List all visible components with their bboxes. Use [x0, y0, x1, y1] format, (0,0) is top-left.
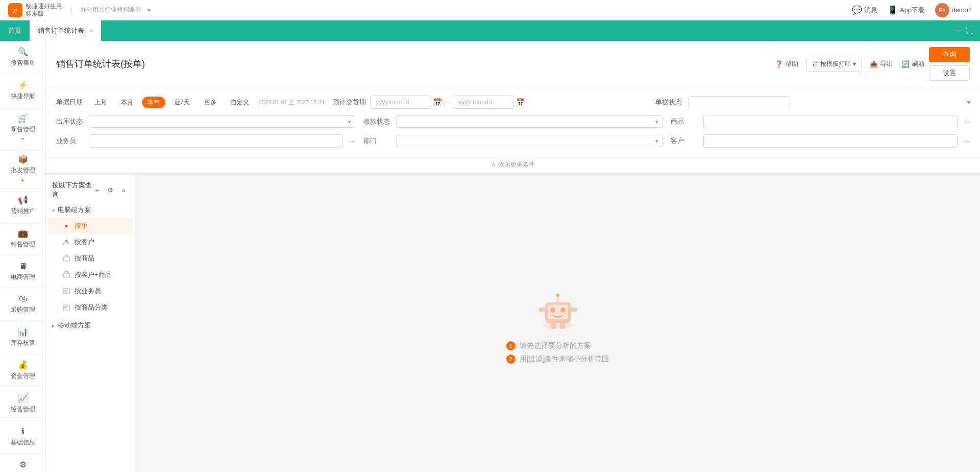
scheme-edit-icon[interactable]: ⚙ [105, 185, 115, 195]
inventory-icon: 📊 [18, 327, 28, 337]
marketing-icon: 📢 [18, 195, 28, 205]
last-7-days-btn[interactable]: 近7天 [168, 97, 195, 108]
collection-select[interactable] [396, 115, 663, 128]
content-area: 销售订单统计表(按单) ❓ 帮助 🖨 按模板打印 ▾ 📤 导出 [46, 41, 980, 472]
tip-2-number: 2 [506, 355, 516, 364]
svg-point-19 [556, 294, 559, 297]
sidebar-item-sales[interactable]: 💼 销售管理 [0, 222, 45, 255]
scheme-panel-icons: + ⚙ « [92, 185, 129, 195]
sidebar-item-retail[interactable]: 🛒 零售管理 ▾ [0, 107, 45, 148]
sales-icon: 💼 [18, 228, 28, 238]
by-goods-category-icon [62, 303, 70, 312]
svg-rect-4 [63, 273, 69, 277]
main-layout: 🔍 搜索菜单 ⚡ 快捷导航 🛒 零售管理 ▾ 📦 批发管理 ▴ 📢 营销推广 💼… [0, 41, 980, 472]
phone-icon: 📱 [888, 5, 898, 15]
template-print-btn[interactable]: 🖨 按模板打印 ▾ [806, 57, 862, 72]
tab-maximize-icon[interactable]: ⛶ [966, 26, 974, 35]
customer-input[interactable] [703, 134, 958, 148]
breadcrumb: 办公用品行业模拟账套 [80, 6, 141, 14]
sidebar-item-search-menu[interactable]: 🔍 搜索菜单 [0, 41, 45, 74]
delivery-date-to[interactable] [453, 96, 514, 109]
group-arrow-icon: ▾ [52, 207, 55, 213]
scheme-group-mobile-header[interactable]: ▸ 移动端方案 [46, 318, 135, 333]
page-header-actions: ❓ 帮助 🖨 按模板打印 ▾ 📤 导出 🔄 刷新 [775, 57, 925, 72]
export-btn[interactable]: 📤 导出 [870, 59, 893, 68]
settings-button[interactable]: 设置 [929, 65, 970, 81]
shipment-select[interactable] [89, 115, 355, 128]
user-menu[interactable]: Ea demo2 [935, 3, 972, 17]
tab-home[interactable]: 首页 [0, 20, 30, 41]
salesperson-input[interactable] [89, 134, 343, 148]
tip-1-number: 1 [506, 341, 516, 350]
scheme-add-icon[interactable]: + [92, 185, 102, 195]
customer-more-icon[interactable]: ··· [964, 137, 970, 145]
quick-nav-icon: ⚡ [18, 80, 28, 90]
doc-status-select[interactable] [688, 96, 790, 108]
tip-2: 2 用[过滤]条件来缩小分析范围 [506, 355, 609, 364]
sidebar-item-sys-mgmt[interactable]: ⚙ 系统管理 [0, 454, 45, 472]
collection-label: 收款状态 [363, 117, 392, 126]
sidebar-item-quick-nav[interactable]: ⚡ 快捷导航 [0, 74, 45, 107]
body-layout: 按以下方案查询 + ⚙ « ▾ 电脑端方案 ● 按单 [46, 174, 980, 472]
tip-1: 1 请先选择要分析的方案 [506, 341, 609, 350]
by-customer-icon [62, 238, 70, 246]
sidebar-item-purchase[interactable]: 🛍 采购管理 [0, 288, 45, 321]
this-year-btn[interactable]: 本年 [142, 97, 165, 108]
breadcrumb-arrow-icon: ▾ [148, 7, 151, 14]
sidebar-item-inventory[interactable]: 📊 库存核算 [0, 321, 45, 354]
goods-more-icon[interactable]: ··· [964, 117, 970, 126]
filter-panel: 单据日期 上月 本月 本年 近7天 更多 自定义 2023-01-01 至 20… [46, 87, 980, 156]
doc-status-select-wrapper [688, 96, 975, 108]
delivery-date-from[interactable] [370, 96, 431, 109]
scheme-item-by-goods-category[interactable]: 按商品分类 [48, 299, 133, 316]
sidebar-item-ecommerce[interactable]: 🖥 电商管理 [0, 255, 45, 288]
goods-input[interactable] [703, 115, 958, 128]
collapse-bar[interactable]: ∧ 收起更多条件 [46, 156, 980, 174]
finance-icon: 💰 [18, 360, 28, 370]
scheme-group-pc-header[interactable]: ▾ 电脑端方案 [46, 202, 135, 218]
scheme-item-by-customer-goods[interactable]: 按客户+商品 [48, 267, 133, 283]
print-icon: 🖨 [812, 60, 818, 67]
sidebar-item-marketing[interactable]: 📢 营销推广 [0, 189, 45, 222]
scheme-panel-header: 按以下方案查询 + ⚙ « [46, 178, 135, 202]
last-month-btn[interactable]: 上月 [89, 97, 112, 108]
department-select[interactable] [396, 135, 663, 147]
query-button[interactable]: 查询 [929, 47, 970, 62]
calendar-from-icon[interactable]: 📅 [433, 98, 442, 106]
tab-close-icon[interactable]: × [89, 27, 93, 34]
custom-date-btn[interactable]: 自定义 [225, 97, 255, 108]
tip-2-text: 用[过滤]条件来缩小分析范围 [520, 355, 609, 364]
svg-rect-3 [63, 257, 69, 261]
this-month-btn[interactable]: 本月 [115, 97, 139, 108]
search-menu-icon: 🔍 [18, 47, 28, 57]
filter-row-1: 单据日期 上月 本月 本年 近7天 更多 自定义 2023-01-01 至 20… [56, 96, 970, 109]
messages-btn[interactable]: 💬 消息 [852, 5, 877, 15]
scheme-item-by-goods[interactable]: 按商品 [48, 250, 133, 267]
top-header: 好 畅捷通好生意 标准版 | 办公用品行业模拟账套 ▾ 💬 消息 📱 App下载… [0, 0, 980, 20]
scheme-item-by-customer[interactable]: 按客户 [48, 234, 133, 250]
more-date-btn[interactable]: 更多 [199, 97, 222, 108]
scheme-item-by-salesperson[interactable]: 按业务员 [48, 283, 133, 299]
svg-point-13 [543, 322, 573, 328]
scheme-item-by-order[interactable]: ● 按单 [48, 218, 133, 234]
calendar-to-icon[interactable]: 📅 [516, 98, 525, 106]
collection-select-wrapper [396, 115, 663, 128]
department-label: 部门 [363, 136, 392, 146]
tab-bar: 首页 销售订单统计表 × — ⛶ [0, 20, 980, 41]
date-label: 单据日期 [56, 98, 85, 107]
sidebar-item-finance[interactable]: 💰 资金管理 [0, 354, 45, 387]
tab-minimize-icon[interactable]: — [953, 26, 962, 35]
salesperson-more-icon[interactable]: ··· [349, 137, 355, 145]
app-download-btn[interactable]: 📱 App下载 [888, 5, 925, 15]
svg-point-17 [560, 308, 566, 313]
help-btn[interactable]: ❓ 帮助 [775, 59, 798, 68]
by-goods-icon [62, 254, 70, 263]
tab-sales-order[interactable]: 销售订单统计表 × [30, 20, 101, 41]
refresh-icon: 🔄 [901, 60, 910, 68]
scheme-group-pc: ▾ 电脑端方案 ● 按单 按客户 [46, 202, 135, 316]
sidebar-item-basic-info[interactable]: ℹ 基础信息 [0, 420, 45, 454]
refresh-btn[interactable]: 🔄 刷新 [901, 59, 925, 68]
sidebar-item-wholesale[interactable]: 📦 批发管理 ▴ [0, 148, 45, 189]
scheme-collapse-icon[interactable]: « [118, 185, 129, 195]
sidebar-item-operations[interactable]: 📈 经营管理 [0, 387, 45, 420]
